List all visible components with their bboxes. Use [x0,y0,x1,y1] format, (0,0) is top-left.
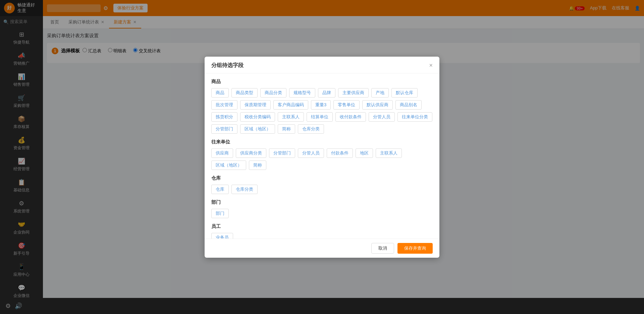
section-title-counterparty: 往来单位 [211,139,433,145]
field-tag-批次管理[interactable]: 批次管理 [211,100,237,110]
section-employee: 员工业务员 [211,224,433,239]
field-tag-结算单位[interactable]: 结算单位 [307,112,333,122]
section-title-employee: 员工 [211,224,433,230]
field-tag-收付款条件[interactable]: 收付款条件 [335,112,366,122]
field-tag-区域（地区）[interactable]: 区域（地区） [240,124,275,134]
modal-header: 分组待选字段 × [205,57,439,73]
section-warehouse: 仓库仓库仓库分类 [211,175,433,194]
field-tag-供应商分类[interactable]: 供应商分类 [236,148,266,158]
field-tag-部门[interactable]: 部门 [211,209,229,218]
field-tag-主联系人[interactable]: 主联系人 [278,112,304,122]
field-tag-仓库分类[interactable]: 仓库分类 [231,185,258,194]
field-tag-品牌[interactable]: 品牌 [318,88,335,98]
field-tag-简称[interactable]: 简称 [278,124,295,134]
modal-overlay: 分组待选字段 × 商品商品商品类型商品分类规格型号品牌主要供应商产地默认仓库批次… [0,0,644,314]
field-grid-warehouse: 仓库仓库分类 [211,185,433,194]
field-grid-counterparty: 供应商供应商分类分管部门分管人员付款条件地区主联系人区域（地区）简称 [211,148,433,170]
section-department: 部门部门 [211,199,433,218]
field-tag-主要供应商[interactable]: 主要供应商 [338,88,369,98]
field-tag-业务员[interactable]: 业务员 [211,233,233,239]
field-tag-客户商品编码[interactable]: 客户商品编码 [273,100,308,110]
cancel-button[interactable]: 取消 [371,243,394,254]
field-tag-仓库分类[interactable]: 仓库分类 [298,124,324,134]
field-tag-分管部门[interactable]: 分管部门 [211,124,237,134]
field-grid-employee: 业务员 [211,233,433,239]
section-title-product: 商品 [211,79,433,85]
field-tag-商品别名[interactable]: 商品别名 [395,100,422,110]
field-tag-拣货积分[interactable]: 拣货积分 [211,112,237,122]
field-tag-分管部门[interactable]: 分管部门 [269,148,295,158]
field-grid-department: 部门 [211,209,433,218]
field-tag-默认供应商[interactable]: 默认供应商 [362,100,393,110]
field-tag-主联系人[interactable]: 主联系人 [376,148,402,158]
field-tag-供应商[interactable]: 供应商 [211,148,233,158]
section-product: 商品商品商品类型商品分类规格型号品牌主要供应商产地默认仓库批次管理保质期管理客户… [211,79,433,134]
field-tag-重量3[interactable]: 重量3 [311,100,331,110]
field-grid-product: 商品商品类型商品分类规格型号品牌主要供应商产地默认仓库批次管理保质期管理客户商品… [211,88,433,134]
field-tag-税收分类编码[interactable]: 税收分类编码 [240,112,275,122]
field-tag-零售单位[interactable]: 零售单位 [333,100,360,110]
modal-body: 商品商品商品类型商品分类规格型号品牌主要供应商产地默认仓库批次管理保质期管理客户… [205,73,439,239]
field-tag-商品类型[interactable]: 商品类型 [231,88,258,98]
section-counterparty: 往来单位供应商供应商分类分管部门分管人员付款条件地区主联系人区域（地区）简称 [211,139,433,170]
field-tag-地区[interactable]: 地区 [356,148,373,158]
modal-footer: 取消 保存并查询 [205,239,439,258]
field-tag-分管人员[interactable]: 分管人员 [298,148,324,158]
field-tag-规格型号[interactable]: 规格型号 [289,88,315,98]
modal-close-button[interactable]: × [429,62,433,69]
field-tag-分管人员[interactable]: 分管人员 [369,112,395,122]
modal: 分组待选字段 × 商品商品商品类型商品分类规格型号品牌主要供应商产地默认仓库批次… [205,57,439,258]
field-tag-商品分类[interactable]: 商品分类 [260,88,286,98]
field-tag-商品[interactable]: 商品 [211,88,229,98]
field-tag-仓库[interactable]: 仓库 [211,185,229,194]
field-tag-默认仓库[interactable]: 默认仓库 [391,88,418,98]
section-title-warehouse: 仓库 [211,175,433,181]
field-tag-区域（地区）[interactable]: 区域（地区） [211,161,246,170]
field-tag-付款条件[interactable]: 付款条件 [327,148,353,158]
modal-title: 分组待选字段 [211,62,244,69]
section-title-department: 部门 [211,199,433,205]
field-tag-产地[interactable]: 产地 [371,88,389,98]
field-tag-简称[interactable]: 简称 [249,161,266,170]
field-tag-保质期管理[interactable]: 保质期管理 [240,100,271,110]
save-query-button[interactable]: 保存并查询 [397,243,433,254]
field-tag-往来单位分类[interactable]: 往来单位分类 [397,112,432,122]
